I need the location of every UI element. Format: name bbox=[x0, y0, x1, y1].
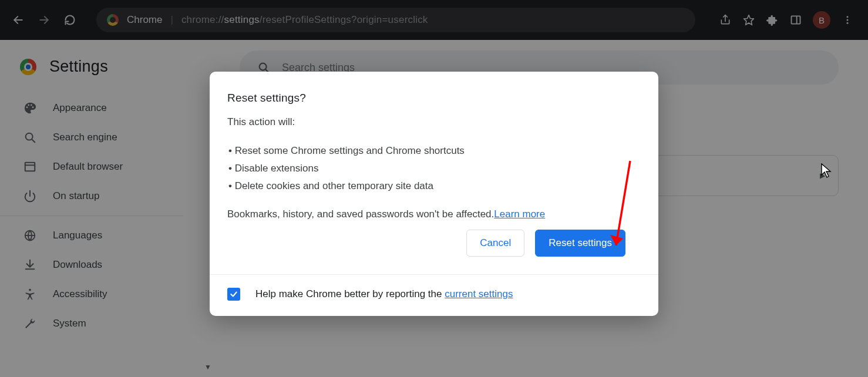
bullet-text: Disable extensions bbox=[235, 163, 319, 174]
dialog-bullet-list: • Reset some Chrome settings and Chrome … bbox=[228, 142, 641, 194]
dialog-footer: Help make Chrome better by reporting the… bbox=[210, 274, 658, 316]
dialog-note: Bookmarks, history, and saved passwords … bbox=[227, 208, 641, 220]
dialog-title: Reset settings? bbox=[227, 92, 641, 105]
cancel-button[interactable]: Cancel bbox=[466, 230, 524, 257]
dialog-bullet: • Delete cookies and other temporary sit… bbox=[228, 177, 641, 195]
dialog-bullet: • Disable extensions bbox=[228, 160, 641, 177]
footer-text-static: Help make Chrome better by reporting the bbox=[255, 288, 445, 299]
dialog-body: Reset settings? This action will: • Rese… bbox=[210, 72, 658, 274]
current-settings-link[interactable]: current settings bbox=[445, 288, 513, 299]
dialog-actions: Cancel Reset settings bbox=[227, 220, 641, 259]
dialog-note-text: Bookmarks, history, and saved passwords … bbox=[227, 208, 494, 220]
learn-more-link[interactable]: Learn more bbox=[494, 208, 545, 220]
check-icon bbox=[230, 290, 238, 298]
reset-settings-button[interactable]: Reset settings bbox=[535, 230, 625, 257]
dialog-intro: This action will: bbox=[227, 116, 641, 128]
dialog-bullet: • Reset some Chrome settings and Chrome … bbox=[228, 142, 641, 160]
footer-text: Help make Chrome better by reporting the… bbox=[255, 288, 513, 300]
bullet-text: Delete cookies and other temporary site … bbox=[235, 180, 433, 191]
modal-scrim: Reset settings? This action will: • Rese… bbox=[0, 0, 868, 377]
reset-settings-dialog: Reset settings? This action will: • Rese… bbox=[210, 72, 658, 316]
report-checkbox[interactable] bbox=[227, 288, 240, 301]
bullet-text: Reset some Chrome settings and Chrome sh… bbox=[235, 145, 465, 156]
